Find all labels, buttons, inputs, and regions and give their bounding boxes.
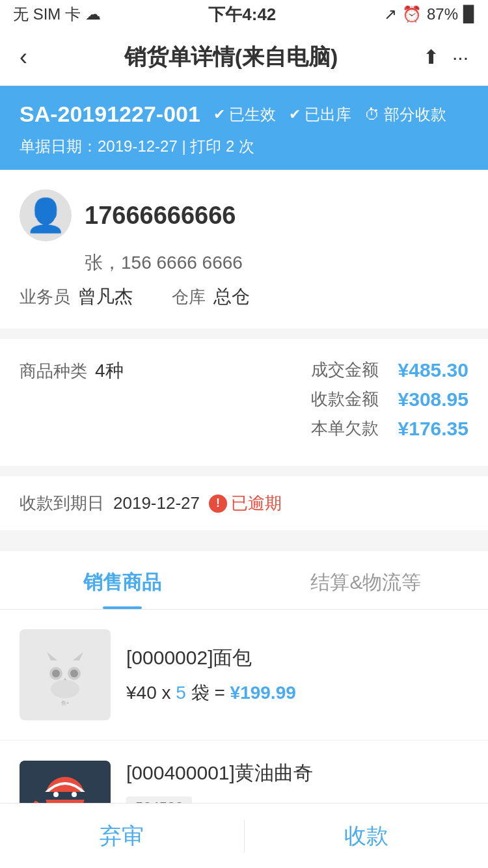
overdue-badge: ! 已逾期 [209, 492, 282, 515]
order-id: SA-20191227-001 [20, 102, 200, 127]
summary-right: 成交金额 ¥485.30 收款金额 ¥308.95 本单欠款 ¥176.35 [311, 359, 468, 446]
tabs-row: 销售商品 结算&物流等 [0, 551, 488, 609]
abandon-button[interactable]: 弃审 [0, 808, 244, 864]
product-name-1: [0000002]面包 [126, 645, 468, 671]
summary-grid: 商品种类 4种 成交金额 ¥485.30 收款金额 ¥308.95 本单欠款 ¥… [20, 359, 468, 446]
location-icon: ↗ [384, 5, 397, 23]
product-price-1: ¥40 x 5 袋 = ¥199.99 [126, 681, 468, 705]
product-image-1: 鱼+ [20, 629, 111, 720]
deal-label: 成交金额 [311, 359, 379, 381]
owl-icon: 鱼+ [33, 642, 98, 707]
product-type-value: 4种 [95, 359, 124, 383]
svg-text:鱼+: 鱼+ [61, 700, 70, 706]
alarm-icon: ⏰ [402, 5, 422, 23]
svg-rect-12 [42, 792, 88, 800]
warehouse: 仓库 总仓 [172, 284, 250, 309]
receipt-value: ¥308.95 [398, 388, 468, 411]
customer-meta: 业务员 曾凡杰 仓库 总仓 [20, 284, 468, 309]
status-left: 无 SIM 卡 ☁ [13, 4, 101, 25]
summary-section: 商品种类 4种 成交金额 ¥485.30 收款金额 ¥308.95 本单欠款 ¥… [0, 339, 488, 466]
clock-icon: ⏱ [364, 105, 380, 124]
status-badge-partial: ⏱ 部分收款 [364, 104, 446, 125]
overdue-dot-icon: ! [209, 495, 227, 513]
price-x-1: x [162, 683, 176, 703]
avatar: 👤 [20, 189, 72, 241]
overdue-text: 已逾期 [231, 492, 282, 515]
price-qty-1: 5 [176, 683, 186, 703]
divider-3 [0, 530, 488, 541]
svg-point-3 [52, 670, 60, 677]
bottom-bar: 弃审 收款 [0, 803, 488, 868]
due-date-value: 2019-12-27 [113, 493, 200, 513]
sales-person: 业务员 曾凡杰 [20, 284, 133, 309]
order-date: 单据日期：2019-12-27 | 打印 2 次 [20, 136, 468, 157]
debt-label: 本单欠款 [311, 417, 379, 440]
product-thumb-1: 鱼+ [20, 629, 111, 720]
status-right: ↗ ⏰ 87% ▉ [384, 5, 475, 23]
page-title: 销货单详情(来自电脑) [59, 42, 403, 72]
tab-products[interactable]: 销售商品 [0, 551, 244, 609]
sales-label: 业务员 [20, 286, 70, 308]
product-info-1: [0000002]面包 ¥40 x 5 袋 = ¥199.99 [126, 645, 468, 705]
status-badge-active: ✔ 已生效 [213, 104, 276, 125]
product-name-2: [000400001]黄油曲奇 [126, 760, 468, 787]
share-icon[interactable]: ⬆ [423, 46, 439, 68]
receipt-amount-row: 收款金额 ¥308.95 [311, 388, 468, 411]
order-banner: SA-20191227-001 ✔ 已生效 ✔ 已出库 ⏱ 部分收款 单据日期：… [0, 86, 488, 170]
divider-1 [0, 329, 488, 339]
tab-settlement[interactable]: 结算&物流等 [244, 551, 488, 609]
price-unit-1: 袋 [191, 683, 210, 703]
banner-row1: SA-20191227-001 ✔ 已生效 ✔ 已出库 ⏱ 部分收款 [20, 102, 468, 127]
back-button[interactable]: ‹ [20, 44, 59, 71]
product-type-item: 商品种类 4种 [20, 359, 124, 383]
customer-section: 👤 17666666666 张，156 6666 6666 业务员 曾凡杰 仓库… [0, 170, 488, 329]
warehouse-label: 仓库 [172, 286, 206, 308]
debt-value: ¥176.35 [398, 418, 468, 440]
tabs-section: 销售商品 结算&物流等 [0, 551, 488, 610]
status-badge-shipped: ✔ 已出库 [289, 104, 351, 125]
status-time: 下午4:42 [208, 3, 276, 26]
check-icon-1: ✔ [213, 106, 225, 123]
customer-row: 👤 17666666666 [20, 189, 468, 241]
tab-settlement-label: 结算&物流等 [310, 571, 421, 593]
due-label: 收款到期日 [20, 492, 104, 515]
status-partial-label: 部分收款 [384, 104, 446, 125]
divider-2 [0, 466, 488, 476]
product-type-label: 商品种类 [20, 360, 87, 383]
nav-actions: ⬆ ··· [403, 46, 468, 68]
status-shipped-label: 已出库 [305, 104, 351, 125]
warehouse-value: 总仓 [213, 284, 250, 309]
customer-phone: 17666666666 [85, 202, 236, 230]
tab-products-label: 销售商品 [83, 571, 161, 593]
customer-name: 张，156 6666 6666 [20, 251, 468, 275]
price-total-1: ¥199.99 [230, 683, 296, 703]
status-bar: 无 SIM 卡 ☁ 下午4:42 ↗ ⏰ 87% ▉ [0, 0, 488, 29]
battery-text: 87% [427, 5, 458, 23]
due-section: 收款到期日 2019-12-27 ! 已逾期 [0, 476, 488, 530]
product-item[interactable]: 鱼+ [0000002]面包 ¥40 x 5 袋 = ¥199.99 [0, 610, 488, 740]
debt-amount-row: 本单欠款 ¥176.35 [311, 417, 468, 440]
status-active-label: 已生效 [229, 104, 276, 125]
deal-value: ¥485.30 [398, 359, 468, 381]
collect-button[interactable]: 收款 [245, 808, 489, 864]
price-eq-1: = [214, 683, 230, 703]
svg-point-4 [70, 670, 78, 677]
sim-status: 无 SIM 卡 ☁ [13, 4, 101, 25]
battery-icon: ▉ [463, 5, 475, 23]
svg-point-8 [51, 680, 79, 698]
check-icon-2: ✔ [289, 106, 301, 123]
nav-bar: ‹ 销货单详情(来自电脑) ⬆ ··· [0, 29, 488, 86]
price-base-1: ¥40 [126, 683, 157, 703]
deal-amount-row: 成交金额 ¥485.30 [311, 359, 468, 381]
more-icon[interactable]: ··· [452, 46, 468, 68]
svg-point-14 [72, 792, 77, 797]
svg-point-13 [53, 792, 59, 797]
user-icon: 👤 [25, 197, 66, 234]
receipt-label: 收款金额 [311, 388, 379, 411]
sales-value: 曾凡杰 [78, 284, 133, 309]
summary-left: 商品种类 4种 [20, 359, 124, 388]
